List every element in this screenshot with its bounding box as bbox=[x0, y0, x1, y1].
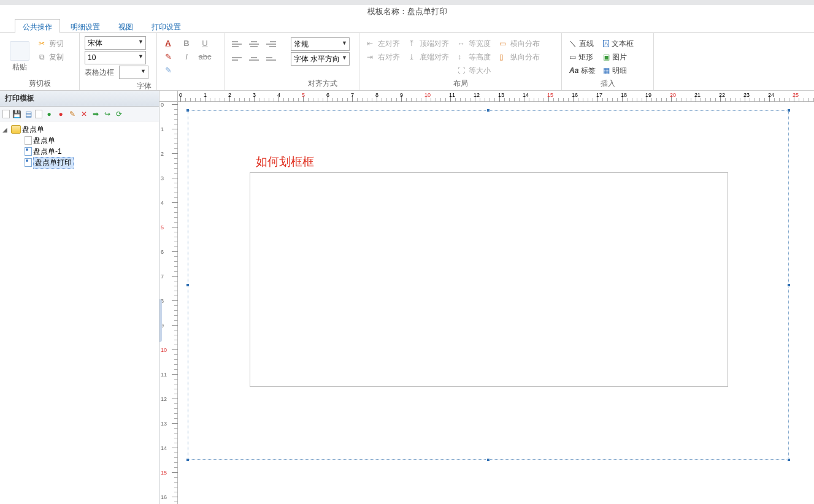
align-right-button: ⇥右对齐 bbox=[364, 50, 402, 64]
ribbon-group-align: 常规 字体 水平方向 对齐方式 bbox=[286, 33, 359, 90]
selection-handle[interactable] bbox=[787, 109, 791, 112]
saveall-icon[interactable]: ▤ bbox=[23, 109, 33, 119]
insert-detail-button[interactable]: ▦明细 bbox=[601, 64, 636, 77]
insert-line-button[interactable]: ＼直线 bbox=[567, 37, 598, 50]
h-distribute-button: ▭横向分布 bbox=[497, 37, 542, 50]
tab-common[interactable]: 公共操作 bbox=[15, 19, 60, 33]
valign-bottom-icon[interactable] bbox=[264, 53, 278, 65]
new-icon[interactable] bbox=[2, 110, 10, 118]
vertical-ruler: 012345678910111213141516 bbox=[159, 102, 178, 504]
table-border-select[interactable] bbox=[119, 66, 148, 79]
eq-width-icon: ↔ bbox=[458, 39, 466, 48]
ribbon-tabs: 公共操作 明细设置 视图 打印设置 bbox=[0, 18, 814, 33]
selection-handle[interactable] bbox=[186, 109, 190, 112]
edit-icon[interactable]: ✎ bbox=[67, 109, 77, 119]
font-color-icon[interactable]: A bbox=[162, 37, 174, 49]
paste-icon bbox=[10, 41, 29, 61]
annotation-text: 如何划框框 bbox=[256, 154, 314, 170]
ribbon-group-insert: ＼直线 ▭矩形 Aa标签 A文本框 ▣图片 ▦明细 插入 bbox=[562, 33, 654, 90]
inner-rectangle[interactable] bbox=[250, 172, 728, 387]
eq-height-icon: ↕ bbox=[458, 53, 466, 61]
line-icon: ＼ bbox=[569, 39, 577, 49]
h-dist-icon: ▭ bbox=[499, 39, 508, 48]
tab-print-settings[interactable]: 打印设置 bbox=[144, 19, 189, 33]
textbox-icon: A bbox=[603, 40, 609, 47]
insert-label-button[interactable]: Aa标签 bbox=[567, 64, 598, 77]
page[interactable]: 如何划框框 bbox=[188, 110, 789, 460]
ribbon-label-insert: 插入 bbox=[567, 77, 648, 90]
italic-icon[interactable]: I bbox=[180, 50, 193, 63]
selection-handle[interactable] bbox=[186, 283, 190, 287]
save-icon[interactable]: 💾 bbox=[12, 109, 21, 119]
ribbon-group-font: 宋体 10 表格边框 字体 bbox=[80, 33, 157, 90]
copy-button[interactable]: ⧉复制 bbox=[36, 50, 65, 64]
horizontal-ruler: 0123456789101112131415161718192021222324… bbox=[178, 91, 814, 102]
template-icon bbox=[25, 147, 32, 156]
highlight-icon[interactable]: ✎ bbox=[162, 50, 174, 63]
sidebar: 打印模板 💾 ▤ ● ● ✎ ✕ ➡ ↪ ⟳ ◢ 盘点单 盘点单 bbox=[0, 91, 159, 504]
folder-icon bbox=[11, 125, 21, 134]
clear-format-icon[interactable]: ✎ bbox=[162, 64, 174, 76]
font-size-select[interactable]: 10 bbox=[85, 51, 146, 64]
align-left-button: ⇤左对齐 bbox=[364, 37, 402, 50]
strike-icon[interactable]: abc bbox=[199, 50, 211, 63]
main-area: 打印模板 💾 ▤ ● ● ✎ ✕ ➡ ↪ ⟳ ◢ 盘点单 盘点单 bbox=[0, 91, 814, 504]
v-distribute-button: ▯纵向分布 bbox=[497, 50, 542, 64]
ribbon-label-layout: 布局 bbox=[364, 77, 556, 90]
tree-item-1[interactable]: 盘点单-1 bbox=[1, 146, 158, 157]
v-dist-icon: ▯ bbox=[499, 53, 508, 61]
tab-detail-settings[interactable]: 明细设置 bbox=[63, 19, 108, 33]
refresh-icon[interactable]: ⟳ bbox=[114, 109, 124, 119]
splitter-handle[interactable] bbox=[159, 299, 162, 342]
insert-image-button[interactable]: ▣图片 bbox=[601, 50, 636, 64]
valign-middle-icon[interactable] bbox=[247, 53, 261, 65]
title-name: 盘点单打印 bbox=[407, 7, 447, 16]
selection-handle[interactable] bbox=[787, 458, 791, 462]
paste-button[interactable]: 粘贴 bbox=[5, 36, 34, 77]
ribbon-group-alignicons bbox=[225, 33, 286, 90]
align-bottom-button: ⤓底端对齐 bbox=[406, 50, 451, 64]
insert-textbox-button[interactable]: A文本框 bbox=[601, 37, 636, 50]
check-red-icon[interactable]: ● bbox=[56, 109, 66, 119]
bold-icon[interactable]: B bbox=[180, 37, 193, 49]
ribbon: 粘贴 ✂剪切 ⧉复制 剪切板 宋体 10 表格边框 字体 bbox=[0, 33, 814, 91]
insert-rect-button[interactable]: ▭矩形 bbox=[567, 50, 598, 64]
tree-toggle-icon[interactable]: ◢ bbox=[2, 126, 10, 133]
ribbon-group-fontfmt: A B U ✎ I abc ✎ bbox=[157, 33, 225, 90]
tree-item-0[interactable]: 盘点单 bbox=[1, 135, 158, 146]
sidebar-title: 打印模板 bbox=[0, 91, 159, 107]
align-left-icon[interactable] bbox=[230, 38, 244, 50]
ruler-corner bbox=[159, 91, 178, 102]
check-green-icon[interactable]: ● bbox=[44, 109, 54, 119]
selection-handle[interactable] bbox=[787, 283, 791, 287]
tab-view[interactable]: 视图 bbox=[110, 19, 141, 33]
cut-button[interactable]: ✂剪切 bbox=[36, 37, 65, 50]
align-right-icon[interactable] bbox=[264, 38, 278, 50]
align-center-icon[interactable] bbox=[247, 38, 261, 50]
canvas-pane: 0123456789101112131415161718192021222324… bbox=[159, 91, 814, 504]
selection-handle[interactable] bbox=[186, 458, 190, 462]
text-style-select[interactable]: 常规 bbox=[291, 37, 350, 51]
delete-icon[interactable]: ✕ bbox=[79, 109, 89, 119]
valign-top-icon[interactable] bbox=[230, 53, 244, 65]
underline-icon[interactable]: U bbox=[199, 37, 211, 49]
equal-size-button: ⛶等大小 bbox=[455, 64, 493, 77]
page-area[interactable]: 如何划框框 bbox=[180, 104, 812, 502]
copy-icon: ⧉ bbox=[37, 52, 47, 62]
image-icon: ▣ bbox=[603, 53, 610, 61]
ribbon-group-clipboard: 粘贴 ✂剪切 ⧉复制 剪切板 bbox=[0, 33, 80, 90]
new-doc-icon[interactable] bbox=[35, 110, 42, 118]
font-family-select[interactable]: 宋体 bbox=[85, 36, 146, 50]
align-top-lyt-icon: ⤒ bbox=[409, 39, 417, 48]
tree-root[interactable]: ◢ 盘点单 bbox=[1, 124, 158, 135]
template-icon bbox=[25, 158, 32, 167]
file-icon bbox=[25, 136, 32, 145]
selection-handle[interactable] bbox=[486, 109, 490, 112]
export-icon[interactable]: ↪ bbox=[102, 109, 112, 119]
title-bar: 模板名称：盘点单打印 bbox=[0, 0, 814, 18]
align-bottom-lyt-icon: ⤓ bbox=[409, 53, 417, 61]
tree-item-2[interactable]: 盘点单打印 bbox=[1, 157, 158, 168]
selection-handle[interactable] bbox=[486, 458, 490, 462]
text-direction-select[interactable]: 字体 水平方向 bbox=[291, 52, 350, 66]
import-icon[interactable]: ➡ bbox=[91, 109, 101, 119]
